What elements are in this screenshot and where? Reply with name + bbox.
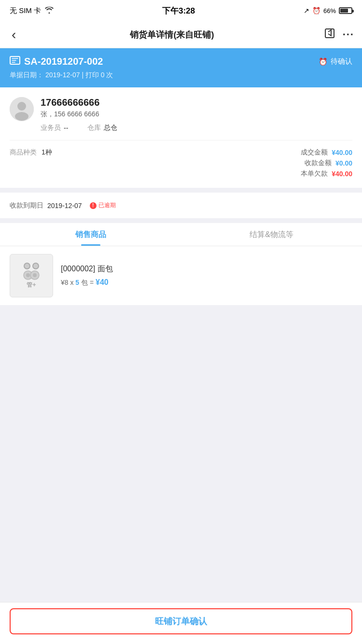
order-id-text: SA-20191207-002 — [24, 56, 103, 67]
salesman-label: 业务员 — [41, 124, 61, 132]
svg-point-8 — [33, 273, 37, 277]
summary-row: 商品种类 1种 成交金额 ¥40.00 收款金额 ¥0.00 本单欠款 ¥40.… — [10, 148, 352, 178]
product-name: [0000002] 面包 — [61, 264, 352, 274]
unit-price: ¥8 — [61, 279, 69, 286]
status-left: 无 SIM 卡 — [10, 6, 54, 15]
svg-point-4 — [15, 112, 28, 121]
debt-amount-label: 本单欠款 — [301, 169, 328, 178]
status-time: 下午3:28 — [162, 5, 195, 16]
tab-settlement-label: 结算&物流等 — [250, 230, 293, 238]
nav-bar: ‹ 销货单详情(来自旺铺) ··· — [0, 21, 362, 48]
carrier-text: 无 SIM 卡 — [10, 6, 41, 15]
product-type-group: 商品种类 1种 — [10, 148, 52, 157]
svg-rect-0 — [325, 29, 334, 38]
page-title: 销货单详情(来自旺铺) — [130, 29, 214, 41]
order-date: 2019-12-07 — [45, 71, 80, 79]
empty-space — [0, 310, 362, 397]
deal-amount-row: 成交金额 ¥40.00 — [301, 148, 352, 157]
due-date-card: 收款到期日 2019-12-07 ! 已逾期 — [0, 193, 362, 218]
customer-avatar — [10, 97, 34, 121]
product-code: [0000002] — [61, 265, 95, 273]
warning-icon: ! — [90, 202, 97, 209]
warehouse-value: 总仓 — [104, 124, 117, 132]
order-header: SA-20191207-002 ⏰ 待确认 单据日期： 2019-12-07 |… — [0, 48, 362, 87]
tab-sales-label: 销售商品 — [75, 230, 106, 238]
customer-meta: 业务员 -- 仓库 总仓 — [41, 124, 352, 132]
product-logo: 管+ — [23, 263, 40, 289]
warehouse-item: 仓库 总仓 — [87, 124, 117, 132]
unit: 包 — [81, 279, 88, 286]
status-right: ↗ ⏰ 66% — [304, 7, 352, 14]
order-date-row: 单据日期： 2019-12-07 | 打印 0 次 — [10, 71, 352, 80]
receipt-amount-label: 收款金额 — [305, 159, 332, 168]
order-status: ⏰ 待确认 — [319, 57, 352, 66]
location-icon: ↗ — [304, 7, 309, 14]
receipt-amount-row: 收款金额 ¥0.00 — [305, 159, 352, 168]
deal-amount-value: ¥40.00 — [332, 149, 352, 156]
product-thumbnail: 管+ — [10, 254, 53, 297]
debt-amount-value: ¥40.00 — [332, 170, 352, 178]
svg-point-7 — [26, 273, 30, 277]
order-id-row: SA-20191207-002 — [10, 56, 103, 67]
tab-sales-products[interactable]: 销售商品 — [0, 223, 181, 246]
equals-sign: = — [90, 279, 94, 286]
print-info: | 打印 0 次 — [82, 71, 113, 79]
svg-point-3 — [17, 102, 26, 111]
customer-name: 张，156 6666 6666 — [41, 110, 352, 119]
owl-eye-left — [24, 263, 30, 269]
overdue-text: 已逾期 — [98, 201, 116, 210]
multiply-sign: x — [70, 279, 73, 286]
bottom-action-bar: 旺铺订单确认 — [0, 602, 362, 644]
product-type-value: 1种 — [42, 148, 52, 157]
owl-eyes — [24, 263, 39, 269]
order-icon — [10, 56, 20, 67]
tab-underline — [81, 244, 100, 246]
customer-phone: 17666666666 — [41, 97, 352, 108]
receipt-amount-value: ¥0.00 — [335, 159, 352, 167]
product-price-row: ¥8 x 5 包 = ¥40 — [61, 278, 352, 287]
status-bar: 无 SIM 卡 下午3:28 ↗ ⏰ 66% — [0, 0, 362, 21]
product-type-label: 商品种类 — [10, 148, 37, 157]
back-button[interactable]: ‹ — [8, 23, 20, 46]
status-text: 待确认 — [331, 57, 352, 66]
deal-amount-label: 成交金额 — [301, 148, 328, 157]
status-clock-icon: ⏰ — [319, 57, 328, 66]
customer-card: 17666666666 张，156 6666 6666 业务员 -- 仓库 总仓… — [0, 87, 362, 188]
quantity: 5 — [75, 279, 79, 286]
wifi-icon — [45, 7, 54, 15]
amounts-group: 成交金额 ¥40.00 收款金额 ¥0.00 本单欠款 ¥40.00 — [301, 148, 352, 178]
alarm-icon: ⏰ — [312, 7, 320, 14]
product-card: 管+ [0000002] 面包 ¥8 x 5 包 = ¥40 — [0, 246, 362, 305]
confirm-order-button[interactable]: 旺铺订单确认 — [10, 608, 352, 634]
battery-icon — [339, 7, 352, 14]
more-button[interactable]: ··· — [343, 28, 354, 41]
share-button[interactable] — [324, 28, 335, 41]
product-title: 面包 — [97, 265, 113, 273]
due-date-label: 收款到期日 — [10, 201, 43, 210]
overdue-badge: ! 已逾期 — [86, 200, 120, 210]
total-price: ¥40 — [96, 278, 109, 286]
warehouse-label: 仓库 — [87, 124, 101, 132]
divider — [10, 140, 352, 140]
debt-amount-row: 本单欠款 ¥40.00 — [301, 169, 352, 178]
battery-text: 66% — [323, 7, 336, 14]
tabs-container: 销售商品 结算&物流等 — [0, 223, 362, 246]
date-label: 单据日期： — [10, 71, 43, 79]
salesman-item: 业务员 -- — [41, 124, 68, 132]
product-info: [0000002] 面包 ¥8 x 5 包 = ¥40 — [61, 264, 352, 287]
due-date-value: 2019-12-07 — [47, 202, 82, 210]
tab-settlement[interactable]: 结算&物流等 — [181, 223, 362, 246]
salesman-value: -- — [64, 124, 68, 132]
owl-eye-right — [32, 263, 39, 269]
logo-text: 管+ — [27, 281, 36, 289]
due-date-row: 收款到期日 2019-12-07 ! 已逾期 — [10, 200, 352, 210]
nav-actions: ··· — [324, 28, 354, 41]
customer-info: 17666666666 张，156 6666 6666 业务员 -- 仓库 总仓 — [41, 97, 352, 132]
